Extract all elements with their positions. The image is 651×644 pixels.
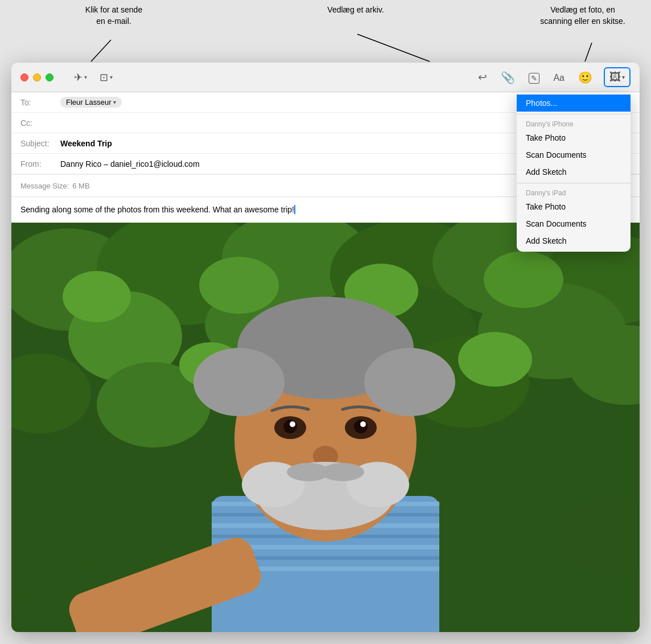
reply-button[interactable]: ↩ xyxy=(476,68,489,86)
message-size-label: Message Size: xyxy=(20,182,69,190)
svg-point-43 xyxy=(360,421,366,427)
recipient-name: Fleur Lasseur xyxy=(66,98,111,106)
svg-point-42 xyxy=(290,421,295,427)
svg-line-2 xyxy=(585,43,592,61)
iphone-add-sketch[interactable]: Add Sketch xyxy=(517,163,631,181)
subject-label: Subject: xyxy=(20,139,60,148)
svg-line-1 xyxy=(357,34,430,61)
ipad-scan-documents[interactable]: Scan Documents xyxy=(517,215,631,232)
emoji-button[interactable]: 🙂 xyxy=(576,68,595,87)
to-label: To: xyxy=(20,98,60,107)
minimize-button[interactable] xyxy=(33,73,41,81)
menu-divider-2 xyxy=(517,183,631,183)
message-size: Message Size: 6 MB xyxy=(20,182,90,190)
maximize-button[interactable] xyxy=(46,73,53,81)
subject-value[interactable]: Weekend Trip xyxy=(60,139,112,148)
markup-button[interactable]: ✎ xyxy=(526,68,542,86)
message-size-value: 6 MB xyxy=(72,182,89,190)
iphone-take-photo[interactable]: Take Photo xyxy=(517,129,631,146)
svg-point-19 xyxy=(199,257,279,314)
font-button[interactable]: Aa xyxy=(551,68,567,86)
svg-point-41 xyxy=(354,420,368,433)
dropdown-menu: Photos... Danny's iPhone Take Photo Scan… xyxy=(517,92,631,252)
callout-send: Klik for at sende en e-mail. xyxy=(63,5,165,27)
body-text-content: Sending along some of the photos from th… xyxy=(20,205,294,214)
svg-point-49 xyxy=(321,463,364,481)
svg-point-36 xyxy=(193,348,285,416)
iphone-section-header: Danny's iPhone xyxy=(517,117,631,129)
photo-svg xyxy=(11,223,640,632)
iphone-scan-documents[interactable]: Scan Documents xyxy=(517,146,631,163)
callout-arrows xyxy=(0,0,651,68)
svg-point-24 xyxy=(458,332,532,387)
callout-attach-photo: Vedlæg et foto, en scanning eller en ski… xyxy=(526,5,640,27)
mail-window: ✈ ▾ ⊡ ▾ ↩ 📎 ✎ Aa 🙂 xyxy=(11,63,640,632)
ipad-add-sketch[interactable]: Add Sketch xyxy=(517,232,631,249)
svg-point-40 xyxy=(283,420,297,433)
svg-point-18 xyxy=(63,271,131,322)
callout-area: Klik for at sende en e-mail. Vedlæg et a… xyxy=(0,0,651,63)
send-button[interactable]: ✈ ▾ xyxy=(69,69,92,86)
from-label: From: xyxy=(20,159,60,169)
cc-label: Cc: xyxy=(20,118,60,128)
menu-photos[interactable]: Photos... xyxy=(517,95,631,112)
toolbar-buttons: ✈ ▾ ⊡ ▾ xyxy=(69,69,469,86)
photo-attach-button[interactable]: 🖼 ▾ xyxy=(604,67,631,87)
text-cursor xyxy=(294,205,295,214)
menu-divider-1 xyxy=(517,114,631,114)
toolbar-right: ↩ 📎 ✎ Aa 🙂 🖼 ▾ xyxy=(476,67,631,87)
format-button[interactable]: ⊡ ▾ xyxy=(95,69,117,86)
traffic-lights xyxy=(20,73,53,81)
toolbar: ✈ ▾ ⊡ ▾ ↩ 📎 ✎ Aa 🙂 xyxy=(11,63,640,92)
recipient-tag[interactable]: Fleur Lasseur ▾ xyxy=(60,97,122,108)
attach-button[interactable]: 📎 xyxy=(498,68,517,87)
close-button[interactable] xyxy=(20,73,28,81)
svg-line-0 xyxy=(91,40,111,61)
attached-photo xyxy=(11,223,640,632)
recipient-chevron: ▾ xyxy=(113,99,116,105)
ipad-section-header: Danny's iPad xyxy=(517,186,631,198)
mail-body[interactable]: Sending along some of the photos from th… xyxy=(11,197,640,632)
from-value: Danny Rico – daniel_rico1@icloud.com xyxy=(60,159,200,169)
callout-attach-file: Vedlæg et arkiv. xyxy=(319,5,393,16)
ipad-take-photo[interactable]: Take Photo xyxy=(517,198,631,215)
svg-point-37 xyxy=(364,348,455,416)
svg-point-21 xyxy=(484,251,563,308)
